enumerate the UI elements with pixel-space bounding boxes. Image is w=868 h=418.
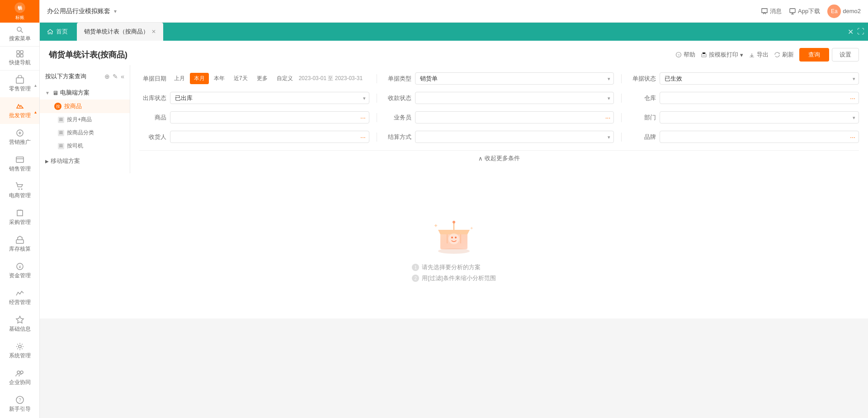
settings-button[interactable]: 设置: [832, 48, 859, 62]
brand-input[interactable]: [660, 131, 859, 143]
print-btn[interactable]: 按模板打印 ▾: [701, 51, 743, 59]
tab-sales-report[interactable]: 销货单统计表（按商品） ✕: [77, 23, 163, 41]
sidebar-item-retail[interactable]: 零售管理 ▴: [0, 71, 39, 97]
panel-collapse-icon[interactable]: «: [121, 73, 124, 80]
date-tab-this-year[interactable]: 本年: [210, 73, 229, 84]
sidebar-item-newbie[interactable]: ? 新手引导: [0, 391, 39, 418]
tab-sales-report-label: 销货单统计表（按商品）: [84, 28, 149, 36]
settle-input[interactable]: [415, 131, 614, 143]
empty-tips: 1 请先选择要分析的方案 2 用[过滤]条件来缩小分析范围: [412, 263, 495, 282]
filter-salesman: 业务员 ···: [384, 111, 614, 124]
app-download-btn[interactable]: App下载: [789, 7, 820, 15]
svg-rect-8: [16, 78, 24, 83]
search-menu[interactable]: 搜索菜单: [0, 23, 39, 47]
filter-row-2: 出库状态 ▾ 收款状态 ▾: [139, 92, 859, 104]
filter-row-3: 商品 ··· 业务员 ···: [139, 111, 859, 124]
date-tab-more[interactable]: 更多: [253, 73, 272, 84]
dept-input[interactable]: [660, 111, 859, 124]
panel-add-icon[interactable]: ⊕: [104, 73, 110, 80]
doc-type-input[interactable]: [415, 72, 614, 85]
retail-arrow: ▴: [34, 82, 37, 87]
home-icon: [47, 28, 53, 35]
goods-input[interactable]: [170, 111, 369, 124]
message-btn[interactable]: 消息: [761, 7, 782, 15]
sidebar-item-marketing-label: 营销推广: [9, 138, 31, 146]
inventory-icon: [15, 235, 24, 244]
user-profile[interactable]: Ea demo2: [827, 5, 861, 18]
sidebar-item-inventory[interactable]: 库存核算: [0, 231, 39, 257]
export-btn[interactable]: 导出: [749, 51, 769, 59]
sidebar-item-operation[interactable]: 经营管理: [0, 284, 39, 311]
brand-control: ···: [660, 131, 859, 143]
collect-status-input[interactable]: [415, 92, 614, 104]
date-tab-last-month[interactable]: 上月: [170, 73, 189, 84]
sidebar-item-sales[interactable]: 销售管理: [0, 151, 39, 177]
filter-doc-status: 单据状态 ▾: [629, 72, 859, 85]
tab-home[interactable]: 首页: [40, 23, 75, 41]
tree-item-by-goods[interactable]: 按 按商品: [40, 100, 130, 113]
date-tab-this-month[interactable]: 本月: [190, 73, 209, 84]
date-tab-custom[interactable]: 自定义: [273, 73, 297, 84]
panel-edit-icon[interactable]: ✎: [113, 73, 118, 80]
warehouse-input[interactable]: [660, 92, 859, 104]
divider-6: [621, 113, 622, 122]
filter-goods: 商品 ···: [139, 111, 369, 124]
print-arrow[interactable]: ▾: [740, 52, 743, 58]
doc-status-input[interactable]: [660, 72, 859, 85]
help-btn[interactable]: ? 帮助: [675, 51, 695, 59]
page-header: 销货单统计表(按商品) ? 帮助 按模板打印 ▾ 导出 刷新: [40, 41, 868, 65]
sidebar-item-system[interactable]: 系统管理: [0, 337, 39, 364]
sidebar-item-basic-label: 基础信息: [9, 325, 31, 333]
svg-point-31: [455, 237, 457, 238]
query-button[interactable]: 查询: [799, 48, 829, 62]
pc-group-arrow: ▼: [45, 90, 50, 95]
app-logo: 畅 标账: [0, 0, 39, 23]
mobile-section[interactable]: ▶ 移动端方案: [40, 154, 130, 168]
tree-subitem-goods-cat[interactable]: 回 按商品分类: [40, 126, 130, 139]
receiver-control: ···: [170, 131, 369, 143]
export-icon: [749, 52, 755, 58]
collapse-btn[interactable]: ∧ 收起更多条件: [139, 150, 859, 166]
warehouse-label: 仓库: [629, 94, 656, 102]
tree-subitem-driver[interactable]: 回 按司机: [40, 139, 130, 152]
system-icon: [15, 342, 24, 351]
page-title: 销货单统计表(按商品): [49, 49, 127, 60]
divider-4: [621, 94, 622, 103]
svg-line-3: [21, 31, 23, 33]
quick-nav[interactable]: 快捷导航: [0, 47, 39, 71]
sidebar-item-purchase[interactable]: 采购管理: [0, 204, 39, 231]
sidebar-item-marketing[interactable]: 营销推广: [0, 124, 39, 151]
month-goods-icon: 回: [58, 117, 64, 123]
settle-control: ▾: [415, 131, 614, 143]
panel-header: 按以下方案查询 ⊕ ✎ «: [40, 71, 130, 82]
tip-num-1: 1: [412, 264, 419, 271]
svg-text:¥: ¥: [18, 265, 21, 269]
sidebar-item-finance-label: 资金管理: [9, 272, 31, 280]
sidebar-item-ecommerce[interactable]: 电商管理: [0, 177, 39, 204]
date-tab-7days[interactable]: 近7天: [230, 73, 252, 84]
sidebar-item-basic[interactable]: 基础信息: [0, 311, 39, 337]
tree-subitem-month-goods[interactable]: 回 按月+商品: [40, 113, 130, 126]
sidebar-item-collab[interactable]: 企业协同: [0, 364, 39, 391]
pc-group-header[interactable]: ▼ 🖥 电脑端方案: [40, 86, 130, 100]
basic-icon: [15, 315, 24, 324]
refresh-label: 刷新: [782, 51, 794, 59]
sidebar-item-operation-label: 经营管理: [9, 299, 31, 306]
topbar-dropdown[interactable]: ▾: [114, 8, 117, 14]
refresh-btn[interactable]: 刷新: [774, 51, 794, 59]
salesman-input[interactable]: [415, 111, 614, 124]
out-status-input[interactable]: [170, 92, 369, 104]
sidebar-item-wholesale[interactable]: 批发管理 ▴: [0, 97, 39, 124]
filter-out-status: 出库状态 ▾: [139, 92, 369, 104]
collapse-icon: ∧: [478, 155, 483, 162]
panel-header-title: 按以下方案查询: [45, 72, 86, 81]
sidebar-item-finance[interactable]: ¥ 资金管理: [0, 257, 39, 284]
tab-close-all-btn[interactable]: ✕: [848, 28, 854, 36]
doc-type-control: ▾: [415, 72, 614, 85]
empty-tip-1: 1 请先选择要分析的方案: [412, 263, 495, 271]
filter-brand: 品牌 ···: [629, 131, 859, 143]
tab-expand-btn[interactable]: ⛶: [857, 28, 864, 36]
receiver-input[interactable]: [170, 131, 369, 143]
tab-close-btn[interactable]: ✕: [151, 28, 156, 35]
message-icon: [761, 8, 768, 15]
